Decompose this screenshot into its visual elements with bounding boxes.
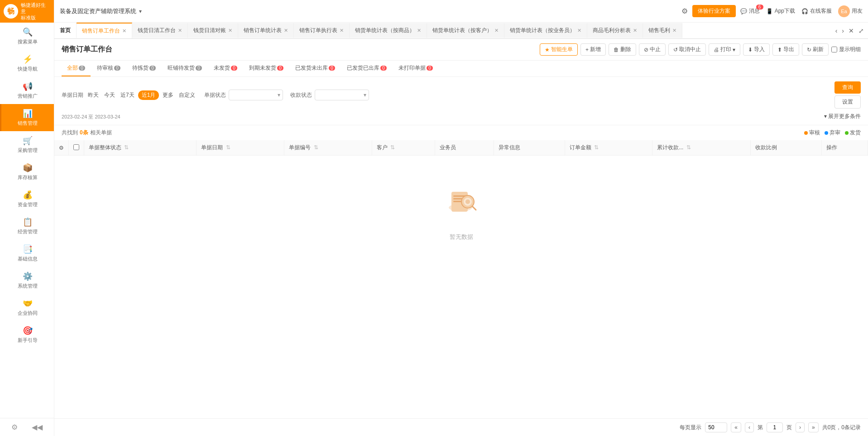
th-checkbox[interactable] [69, 140, 84, 156]
stop-icon: ⊘ [644, 47, 648, 53]
tab-close-8[interactable]: ✕ [577, 28, 581, 33]
sidebar-item-8[interactable]: 📑基础信息 [0, 240, 54, 267]
empty-text: 暂无数据 [450, 233, 473, 241]
message-item[interactable]: 💬 消息 6 [740, 7, 760, 15]
smart-create-button[interactable]: ★ 智能生单 [540, 43, 578, 56]
sidebar-item-7[interactable]: 📋经营管理 [0, 213, 54, 240]
prev-page-btn[interactable]: ‹ [745, 422, 754, 432]
delete-button[interactable]: 🗑 删除 [609, 43, 636, 56]
payment-select[interactable] [315, 90, 369, 100]
th-salesperson[interactable]: 业务员 [435, 140, 494, 156]
tab-close-4[interactable]: ✕ [284, 28, 288, 33]
subtab-6[interactable]: 已发货未出库0 [290, 61, 340, 76]
export-button[interactable]: ⬆ 导出 [772, 43, 799, 56]
sidebar-item-5[interactable]: 📦库存核算 [0, 158, 54, 185]
ship-btn[interactable]: 发货 [845, 129, 861, 137]
date-today[interactable]: 今天 [102, 90, 117, 100]
first-page-btn[interactable]: « [731, 422, 741, 432]
tab-scroll-left[interactable]: ‹ [834, 26, 839, 36]
expand-more-btn[interactable]: ▾ 展开更多条件 [824, 113, 861, 120]
tab-0[interactable]: 首页 [54, 23, 77, 38]
system-dropdown[interactable]: ▾ [139, 8, 142, 14]
th-amount[interactable]: 订单金额 ⇅ [565, 140, 652, 156]
date-1month[interactable]: 近1月 [138, 90, 159, 100]
set-button[interactable]: 设置 [834, 95, 861, 109]
tab-close-5[interactable]: ✕ [340, 28, 344, 33]
tab-close-9[interactable]: ✕ [633, 28, 637, 33]
stop-button[interactable]: ⊘ 中止 [639, 43, 666, 56]
tab-10[interactable]: 销售毛利✕ [643, 23, 682, 38]
last-page-btn[interactable]: » [808, 422, 819, 432]
show-detail-checkbox[interactable] [831, 47, 837, 52]
date-custom[interactable]: 自定义 [177, 90, 197, 100]
tab-4[interactable]: 销售订单统计表✕ [238, 23, 294, 38]
page-number-input[interactable] [767, 422, 783, 432]
subtab-3[interactable]: 旺铺待发货0 [162, 61, 207, 76]
subtab-8[interactable]: 未打印单据0 [393, 61, 438, 76]
cancel-audit-btn[interactable]: 弃审 [825, 129, 840, 137]
cancel-stop-button[interactable]: ↺ 取消中止 [668, 43, 706, 56]
tabbar: 首页销售订单工作台✕钱货日清工作台✕钱货日清对账✕销售订单统计表✕销售订单执行表… [54, 23, 868, 39]
tab-6[interactable]: 销货单统计表（按商品）✕ [350, 23, 427, 38]
sidebar-item-6[interactable]: 💰资金管理 [0, 185, 54, 213]
sidebar-item-11[interactable]: 🎯新手引导 [0, 321, 54, 348]
audit-btn[interactable]: 审核 [804, 129, 820, 137]
subtab-1[interactable]: 待审核0 [91, 61, 126, 76]
tab-2[interactable]: 钱货日清工作台✕ [132, 23, 188, 38]
date-more[interactable]: 更多 [161, 90, 175, 100]
th-collected[interactable]: 累计收款... ⇅ [652, 140, 751, 156]
status-select[interactable] [229, 90, 283, 100]
tab-close-all[interactable]: ✕ [847, 26, 855, 36]
cancel-audit-dot [825, 131, 828, 135]
show-detail-label[interactable]: 显示明细 [831, 46, 861, 53]
tab-5[interactable]: 销售订单执行表✕ [294, 23, 350, 38]
topbar-settings-icon[interactable]: ⚙ [681, 7, 688, 15]
sidebar-item-10[interactable]: 🤝企业协同 [0, 294, 54, 321]
industry-button[interactable]: 体验行业方案 [692, 5, 736, 17]
tab-1[interactable]: 销售订单工作台✕ [77, 23, 132, 38]
sidebar-item-4[interactable]: 🛒采购管理 [0, 131, 54, 158]
app-download-item[interactable]: 📱 App下载 [766, 7, 795, 15]
user-item[interactable]: Ea 用友 [838, 5, 863, 17]
th-customer[interactable]: 客户 ⇅ [372, 140, 435, 156]
tab-9[interactable]: 商品毛利分析表✕ [587, 23, 643, 38]
tab-close-6[interactable]: ✕ [417, 28, 421, 33]
th-date[interactable]: 单据日期 ⇅ [197, 140, 284, 156]
next-page-btn[interactable]: › [796, 422, 805, 432]
refresh-button[interactable]: ↻ 刷新 [802, 43, 829, 56]
tab-close-3[interactable]: ✕ [228, 28, 232, 33]
th-number[interactable]: 单据编号 ⇅ [284, 140, 372, 156]
collapse-icon[interactable]: ◀◀ [32, 423, 43, 431]
tab-maximize[interactable]: ⤢ [857, 26, 865, 36]
online-service-item[interactable]: 🎧 在线客服 [801, 7, 832, 15]
tab-close-1[interactable]: ✕ [122, 28, 126, 34]
subtab-2[interactable]: 待拣货0 [127, 61, 161, 76]
tab-3[interactable]: 钱货日清对账✕ [188, 23, 238, 38]
tab-close-10[interactable]: ✕ [672, 28, 676, 33]
sidebar-item-3[interactable]: 📊销售管理 [0, 104, 54, 131]
sidebar-item-0[interactable]: 🔍搜索菜单 [0, 23, 54, 50]
subtab-7[interactable]: 已发货已出库0 [341, 61, 392, 76]
sidebar-item-1[interactable]: ⚡快捷导航 [0, 50, 54, 77]
select-all-checkbox[interactable] [73, 144, 79, 150]
tab-close-7[interactable]: ✕ [494, 28, 499, 33]
subtab-0[interactable]: 全部0 [62, 61, 91, 76]
import-button[interactable]: ⬇ 导入 [743, 43, 770, 56]
settings-icon[interactable]: ⚙ [11, 423, 18, 431]
print-button[interactable]: 🖨 打印 ▾ [709, 43, 740, 56]
date-7days[interactable]: 近7天 [119, 90, 136, 100]
filter-row: 单据日期 昨天 今天 近7天 近1月 更多 自定义 单据状态 [62, 81, 861, 109]
subtab-5[interactable]: 到期未发货0 [244, 61, 289, 76]
sidebar-item-9[interactable]: ⚙️系统管理 [0, 267, 54, 294]
tab-scroll-right[interactable]: › [840, 26, 845, 36]
query-button[interactable]: 查询 [834, 81, 861, 94]
date-yesterday[interactable]: 昨天 [86, 90, 101, 100]
page-actions: ★ 智能生单 + 新增 🗑 删除 ⊘ 中止 [540, 43, 861, 56]
tab-close-2[interactable]: ✕ [178, 28, 182, 33]
page-size-select[interactable]: 50 10 20 100 [705, 422, 727, 432]
tab-8[interactable]: 销货单统计表（按业务员）✕ [504, 23, 587, 38]
subtab-4[interactable]: 未发货0 [208, 61, 243, 76]
tab-7[interactable]: 销货单统计表（按客户）✕ [427, 23, 504, 38]
sidebar-item-2[interactable]: 📢营销推广 [0, 77, 54, 104]
add-button[interactable]: + 新增 [580, 43, 606, 56]
